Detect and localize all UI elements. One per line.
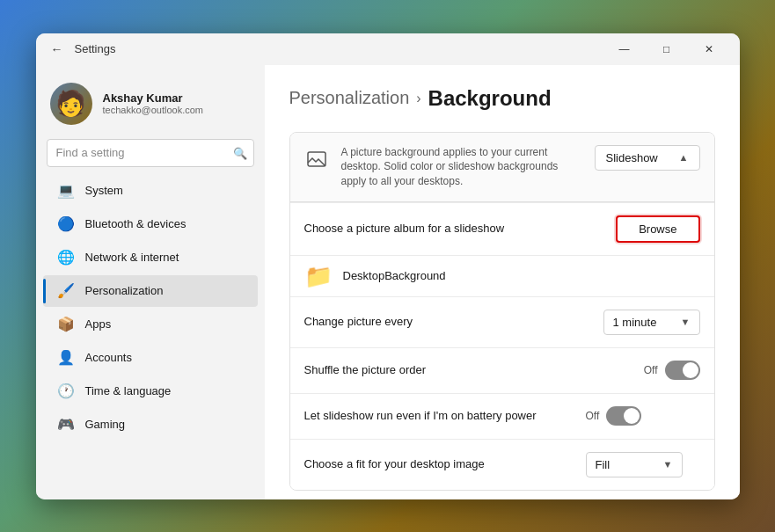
fit-row: Choose a fit for your desktop image Fill…: [290, 439, 714, 490]
apps-icon: 📦: [57, 316, 75, 333]
battery-row: Let slideshow run even if I'm on battery…: [290, 393, 714, 439]
shuffle-state: Off: [644, 364, 658, 376]
folder-icon: 📁: [304, 265, 333, 288]
battery-label: Let slideshow run even if I'm on battery…: [304, 408, 586, 424]
window-controls: — □ ✕: [604, 35, 729, 63]
change-picture-row: Change picture every 1 minute ▼: [290, 296, 714, 347]
sidebar-item-time[interactable]: 🕐 Time & language: [43, 375, 258, 407]
shuffle-label: Shuffle the picture order: [304, 362, 644, 378]
avatar: 🧑: [50, 83, 92, 125]
section-top: A picture background applies to your cur…: [290, 133, 714, 202]
fit-control: Fill ▼: [586, 452, 683, 477]
choose-album-label: Choose a picture album for a slideshow: [304, 221, 617, 237]
accounts-icon: 👤: [57, 349, 75, 367]
sidebar-item-apps[interactable]: 📦 Apps: [43, 309, 258, 340]
choose-album-row: Choose a picture album for a slideshow B…: [290, 202, 714, 255]
minimize-button[interactable]: —: [604, 35, 645, 63]
change-picture-dropdown[interactable]: 1 minute ▼: [603, 310, 700, 335]
background-section: A picture background applies to your cur…: [289, 132, 715, 491]
battery-control: Off: [586, 406, 642, 426]
fit-chevron-icon: ▼: [663, 459, 673, 470]
background-description: A picture background applies to your cur…: [341, 145, 582, 189]
sidebar-label-personalization: Personalization: [85, 284, 164, 297]
sidebar-label-apps: Apps: [85, 317, 112, 331]
sidebar: 🧑 Akshay Kumar techakko@outlook.com 🔍 💻 …: [36, 65, 265, 499]
sidebar-label-gaming: Gaming: [85, 418, 126, 431]
sidebar-label-system: System: [85, 184, 123, 197]
user-info: Akshay Kumar techakko@outlook.com: [103, 91, 251, 115]
system-icon: 💻: [57, 182, 75, 200]
folder-row: 📁 DesktopBackground: [290, 255, 714, 296]
sidebar-item-network[interactable]: 🌐 Network & internet: [43, 242, 258, 273]
sidebar-item-bluetooth[interactable]: 🔵 Bluetooth & devices: [43, 208, 258, 240]
change-picture-label: Change picture every: [304, 314, 603, 330]
sidebar-item-personalization[interactable]: 🖌️ Personalization: [43, 275, 258, 307]
breadcrumb: Personalization › Background: [289, 86, 715, 111]
browse-button[interactable]: Browse: [616, 215, 699, 243]
search-icon: 🔍: [233, 146, 247, 159]
user-name: Akshay Kumar: [103, 91, 251, 105]
background-icon: [304, 147, 329, 171]
background-type-control: Slideshow ▲: [595, 145, 700, 171]
close-button[interactable]: ✕: [689, 35, 729, 63]
personalization-icon: 🖌️: [57, 282, 75, 300]
shuffle-row: Shuffle the picture order Off: [290, 347, 714, 393]
sidebar-item-accounts[interactable]: 👤 Accounts: [43, 342, 258, 374]
sidebar-label-time: Time & language: [85, 384, 172, 397]
shuffle-control: Off: [644, 361, 700, 380]
shuffle-toggle[interactable]: [665, 361, 700, 380]
time-icon: 🕐: [57, 383, 75, 400]
main-content: Personalization › Background A picture b…: [265, 65, 740, 499]
network-icon: 🌐: [57, 249, 75, 266]
search-input[interactable]: [47, 139, 254, 167]
maximize-button[interactable]: □: [647, 35, 687, 63]
change-picture-control: 1 minute ▼: [603, 310, 700, 335]
gaming-icon: 🎮: [57, 416, 75, 434]
battery-toggle[interactable]: [606, 406, 641, 426]
settings-window: ← Settings — □ ✕ 🧑 Akshay Kumar techakko…: [36, 33, 740, 499]
bluetooth-icon: 🔵: [57, 215, 75, 233]
search-box: 🔍: [47, 139, 254, 167]
fit-dropdown[interactable]: Fill ▼: [586, 452, 683, 477]
change-picture-value: 1 minute: [613, 316, 657, 329]
chevron-up-icon: ▲: [679, 152, 689, 163]
fit-label: Choose a fit for your desktop image: [304, 456, 586, 472]
breadcrumb-parent: Personalization: [289, 88, 410, 108]
background-type-value: Slideshow: [606, 151, 658, 164]
browse-control: Browse: [616, 215, 699, 243]
folder-name: DesktopBackground: [343, 269, 446, 282]
user-section: 🧑 Akshay Kumar techakko@outlook.com: [36, 72, 265, 139]
sidebar-label-network: Network & internet: [85, 251, 179, 264]
breadcrumb-separator: ›: [416, 91, 420, 106]
fit-value: Fill: [596, 458, 610, 471]
titlebar: ← Settings — □ ✕: [36, 33, 740, 65]
chevron-down-icon: ▼: [681, 317, 691, 327]
sidebar-item-system[interactable]: 💻 System: [43, 175, 258, 207]
user-email: techakko@outlook.com: [103, 105, 251, 115]
background-type-dropdown[interactable]: Slideshow ▲: [595, 145, 700, 171]
sidebar-label-bluetooth: Bluetooth & devices: [85, 217, 186, 230]
breadcrumb-current: Background: [428, 86, 552, 111]
sidebar-item-gaming[interactable]: 🎮 Gaming: [43, 409, 258, 441]
back-button[interactable]: ←: [47, 39, 68, 60]
page-header: Personalization › Background: [289, 86, 715, 111]
sidebar-label-accounts: Accounts: [85, 351, 132, 364]
window-title: Settings: [75, 42, 604, 55]
battery-state: Off: [586, 410, 600, 422]
